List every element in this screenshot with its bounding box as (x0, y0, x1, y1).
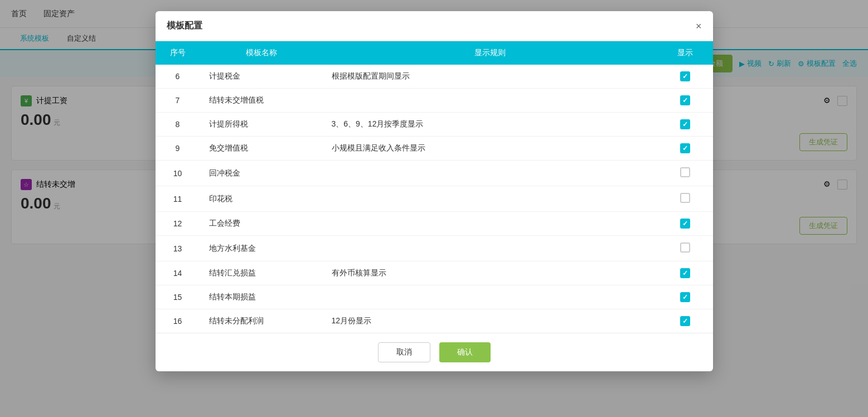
cell-row-check (657, 113, 713, 137)
table-row: 7结转未交增值税 (156, 89, 713, 113)
checkbox-8[interactable] (680, 119, 690, 129)
cell-row-name: 计提税金 (200, 65, 323, 89)
cell-row-rule (323, 285, 657, 309)
cell-row-check (657, 89, 713, 113)
modal-footer: 取消 确认 (156, 333, 713, 371)
modal-body: 序号 模板名称 显示规则 显示 6计提税金根据模版配置期间显示7结转未交增值税8… (156, 41, 713, 333)
cell-row-check (657, 161, 713, 186)
modal-overlay: 模板配置 × 序号 模板名称 显示规则 显示 6计提税金根据模版配置期间显示7结… (0, 0, 868, 417)
col-header-rule: 显示规则 (323, 41, 657, 65)
checkbox-10[interactable] (680, 167, 690, 177)
checkbox-12[interactable] (680, 219, 690, 229)
cell-row-id: 13 (156, 236, 200, 261)
cell-row-id: 14 (156, 261, 200, 285)
config-table: 序号 模板名称 显示规则 显示 6计提税金根据模版配置期间显示7结转未交增值税8… (156, 41, 713, 333)
cell-row-rule (323, 89, 657, 113)
cell-row-rule: 小规模且满足收入条件显示 (323, 137, 657, 161)
cell-row-rule (323, 212, 657, 236)
cell-row-check (657, 236, 713, 261)
cell-row-rule (323, 236, 657, 261)
table-row: 14结转汇兑损益有外币核算显示 (156, 261, 713, 285)
cell-row-id: 8 (156, 113, 200, 137)
cell-row-rule (323, 161, 657, 186)
cell-row-id: 6 (156, 65, 200, 89)
table-row: 16结转未分配利润12月份显示 (156, 309, 713, 333)
cell-row-check (657, 285, 713, 309)
cell-row-name: 工会经费 (200, 212, 323, 236)
checkbox-14[interactable] (680, 268, 690, 278)
col-header-show: 显示 (657, 41, 713, 65)
checkbox-15[interactable] (680, 292, 690, 302)
cancel-button[interactable]: 取消 (378, 342, 430, 362)
cell-row-id: 15 (156, 285, 200, 309)
cell-row-rule: 有外币核算显示 (323, 261, 657, 285)
cell-row-check (657, 186, 713, 212)
cell-row-name: 免交增值税 (200, 137, 323, 161)
table-row: 13地方水利基金 (156, 236, 713, 261)
col-header-name: 模板名称 (200, 41, 323, 65)
modal-close-button[interactable]: × (696, 21, 702, 31)
cell-row-name: 计提所得税 (200, 113, 323, 137)
cell-row-rule: 12月份显示 (323, 309, 657, 333)
cell-row-name: 地方水利基金 (200, 236, 323, 261)
cell-row-name: 回冲税金 (200, 161, 323, 186)
cell-row-name: 印花税 (200, 186, 323, 212)
table-row: 8计提所得税3、6、9、12月按季度显示 (156, 113, 713, 137)
modal-header: 模板配置 × (156, 11, 713, 41)
cell-row-name: 结转汇兑损益 (200, 261, 323, 285)
cell-row-check (657, 261, 713, 285)
cell-row-check (657, 65, 713, 89)
cell-row-check (657, 309, 713, 333)
cell-row-id: 16 (156, 309, 200, 333)
cell-row-rule: 3、6、9、12月按季度显示 (323, 113, 657, 137)
table-row: 15结转本期损益 (156, 285, 713, 309)
cell-row-id: 12 (156, 212, 200, 236)
checkbox-9[interactable] (680, 143, 690, 153)
cell-row-rule (323, 186, 657, 212)
table-row: 10回冲税金 (156, 161, 713, 186)
checkbox-13[interactable] (680, 243, 690, 253)
cell-row-id: 10 (156, 161, 200, 186)
checkbox-16[interactable] (680, 316, 690, 326)
cell-row-name: 结转未分配利润 (200, 309, 323, 333)
col-header-id: 序号 (156, 41, 200, 65)
cell-row-rule: 根据模版配置期间显示 (323, 65, 657, 89)
table-row: 12工会经费 (156, 212, 713, 236)
table-row: 9免交增值税小规模且满足收入条件显示 (156, 137, 713, 161)
table-row: 6计提税金根据模版配置期间显示 (156, 65, 713, 89)
modal-template-config: 模板配置 × 序号 模板名称 显示规则 显示 6计提税金根据模版配置期间显示7结… (156, 11, 713, 371)
cell-row-name: 结转未交增值税 (200, 89, 323, 113)
cell-row-id: 7 (156, 89, 200, 113)
modal-title: 模板配置 (167, 20, 202, 32)
table-header-row: 序号 模板名称 显示规则 显示 (156, 41, 713, 65)
cell-row-name: 结转本期损益 (200, 285, 323, 309)
cell-row-check (657, 212, 713, 236)
table-row: 11印花税 (156, 186, 713, 212)
checkbox-6[interactable] (680, 71, 690, 81)
confirm-button[interactable]: 确认 (439, 342, 491, 362)
checkbox-11[interactable] (680, 193, 690, 203)
checkbox-7[interactable] (680, 95, 690, 105)
cell-row-id: 9 (156, 137, 200, 161)
cell-row-id: 11 (156, 186, 200, 212)
cell-row-check (657, 137, 713, 161)
